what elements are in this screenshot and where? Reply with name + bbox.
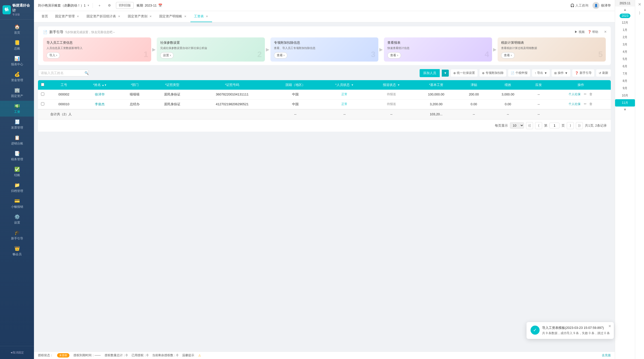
tab-fixed-category[interactable]: 固定资产类别✕	[124, 11, 156, 22]
step-btn-4[interactable]: 查看 ›	[387, 52, 401, 59]
edit-icon-1[interactable]: ✏	[584, 102, 587, 106]
sidebar-item-archive[interactable]: 📁 归档管理	[0, 180, 34, 196]
cal-month-4月[interactable]: 4月	[615, 48, 635, 56]
sidebar-item-expense[interactable]: 💳 小畅报销	[0, 196, 34, 212]
operations-btn[interactable]: ⊞ 操作 ▼	[552, 69, 570, 77]
prev-page-btn[interactable]: ⟨	[535, 122, 542, 129]
guide-close-btn[interactable]: ✕	[604, 30, 607, 34]
personal-tax-btn[interactable]: 📄 个税申报	[508, 69, 530, 77]
cal-month-7月[interactable]: 7月	[615, 70, 635, 77]
user-menu[interactable]: 👤 徐泽华	[592, 2, 611, 9]
cal-month-10月[interactable]: 10月	[615, 92, 635, 99]
toast-desc: 共 9 条数据，成功导入 9 条，失败 0 条，跳过 0 条	[542, 331, 610, 335]
edit-icon-0[interactable]: ✏	[584, 92, 587, 96]
search-input[interactable]	[41, 71, 83, 75]
row-checkbox-0[interactable]	[38, 90, 47, 99]
refresh-btn[interactable]: ↺ 刷新	[596, 69, 611, 77]
auth-value: 未授权	[57, 353, 69, 357]
cal-month-3月[interactable]: 3月	[615, 41, 635, 48]
sidebar-item-funds[interactable]: 💰 资金管理	[0, 69, 34, 85]
tab-home[interactable]: 首页	[38, 11, 52, 22]
sidebar-item-member[interactable]: 👑 畅会员	[0, 243, 34, 259]
sidebar-item-closing[interactable]: ✅ 结账	[0, 164, 34, 180]
cal-month-6月[interactable]: 6月	[615, 63, 635, 70]
cal-down-icon[interactable]: ▼	[623, 108, 627, 112]
cancel-fixed-btn[interactable]: ◄取消固定	[0, 349, 34, 356]
step-btn-2[interactable]: 设置 ›	[160, 52, 174, 59]
sidebar-item-ledger[interactable]: 📒 总账	[0, 37, 34, 53]
cal-month-8月[interactable]: 8月	[615, 77, 635, 85]
step-btn-1[interactable]: 导入 ›	[47, 52, 60, 59]
tab-depreciation[interactable]: 固定资产折旧统计表✕	[83, 11, 124, 22]
toast-notification: ✓ 导入工资表模板(2023-03-23 15:07:59.897) 共 9 条…	[527, 322, 614, 339]
sidebar-item-home[interactable]: 🏠 首页	[0, 22, 34, 37]
special-deduction-btn[interactable]: ⊕ 专项附加扣除	[479, 69, 506, 77]
last-page-btn[interactable]: ⟩⟩	[576, 122, 583, 129]
tab-salary[interactable]: 工资表✕	[190, 11, 212, 22]
delete-icon-1[interactable]: 🗑	[589, 102, 592, 106]
cal-month-9月[interactable]: 9月	[615, 85, 635, 92]
cal-month-2月[interactable]: 2月	[615, 34, 635, 41]
row-nationality-0: 中国	[270, 90, 320, 99]
cal-month-11月[interactable]: 11月	[615, 99, 635, 107]
select-all-header[interactable]	[38, 80, 47, 90]
first-page-btn[interactable]: ⟨⟨	[526, 122, 533, 129]
tab-fixed-detail[interactable]: 固定资产明细账✕	[156, 11, 190, 22]
sidebar-item-reports[interactable]: 📊 报表中心	[0, 53, 34, 69]
add-person-btn[interactable]: 添加人员	[420, 69, 440, 77]
select-all-checkbox[interactable]	[41, 83, 44, 86]
export-btn[interactable]: ↑ 导出 ▼	[532, 69, 550, 77]
action-social-0[interactable]: 个人社保	[569, 92, 581, 96]
tab-close-depreciation[interactable]: ✕	[117, 15, 121, 18]
row-name-0[interactable]: 徐泽华	[80, 90, 119, 99]
step-btn-3[interactable]: 查看 ›	[274, 52, 287, 59]
switch-version-btn[interactable]: 切到旧版	[116, 2, 134, 9]
guide-arrow-3: ▶	[378, 37, 384, 62]
action-social-1[interactable]: 个人社保	[569, 102, 581, 106]
right-panel-expand-btn[interactable]: ⟩	[637, 9, 642, 17]
sidebar-item-purchase[interactable]: 📋 进销台账	[0, 132, 34, 148]
sidebar-item-salary[interactable]: 💵 工资	[0, 101, 34, 117]
guide-btn[interactable]: ❓ 新手引导	[572, 69, 594, 77]
sidebar-item-fixed-assets[interactable]: 🏢 固定资产	[0, 85, 34, 101]
cal-month-12月[interactable]: 12月	[615, 19, 635, 26]
help-link[interactable]: ❓ 帮助	[588, 30, 598, 34]
per-page-select[interactable]: 102050100	[510, 122, 524, 129]
cal-up-icon[interactable]: ▲	[623, 8, 627, 12]
tab-fixed-assets[interactable]: 固定资产管理✕	[52, 11, 83, 22]
add-account-btn[interactable]: ＋	[96, 2, 103, 9]
right-panel-close-btn[interactable]: ✕	[636, 0, 643, 9]
used-label: 授权数量总计：0	[105, 353, 128, 357]
period-selector[interactable]: 账期 2023-11 📅	[137, 3, 162, 8]
current-page-input[interactable]: 1	[549, 123, 559, 128]
tab-close-fixed-assets[interactable]: ✕	[76, 15, 79, 18]
settings-icon[interactable]: ⚙	[106, 2, 113, 9]
account-selector[interactable]: 刘小艳演示账套（勿删勿动！）1 ▼	[38, 3, 90, 8]
cal-month-5月[interactable]: 5月	[615, 56, 635, 63]
cal-month-1月[interactable]: 1月	[615, 26, 635, 34]
export-icon: ↑	[535, 71, 536, 75]
tab-label-depreciation: 固定资产折旧统计表	[87, 14, 116, 19]
step-btn-5[interactable]: 查看 ›	[501, 52, 514, 59]
charge-link[interactable]: 去充值	[602, 353, 611, 357]
pagination-bar: 每页显示 102050100 ⟨⟨ ⟨ 第 1 页 ⟩ ⟩⟩ 共1页, 2条记录	[38, 119, 611, 132]
row-checkbox-1[interactable]	[38, 99, 47, 109]
toast-close-btn[interactable]: ✕	[608, 324, 611, 328]
social-insurance-btn[interactable]: ⊕ 统一社保设置	[451, 69, 477, 77]
sidebar-label-member: 畅会员	[13, 252, 22, 257]
video-link[interactable]: ▶ 视频	[575, 30, 584, 34]
tab-close-fixed-detail[interactable]: ✕	[184, 15, 187, 18]
deduction-icon: ⊕	[482, 71, 485, 75]
sidebar-item-settings[interactable]: ⚙️ 设置	[0, 212, 34, 227]
sidebar-item-guide[interactable]: 🎓 新手引导	[0, 227, 34, 243]
customer-service-btn[interactable]: 🎧 人工咨询	[570, 3, 588, 8]
next-page-btn[interactable]: ⟩	[567, 122, 574, 129]
sidebar-item-invoices[interactable]: 🧾 发票管理	[0, 117, 34, 132]
sidebar-item-tax[interactable]: 📑 税务管理	[0, 148, 34, 164]
cal-year-badge[interactable]: 2023	[620, 14, 630, 18]
row-name-1[interactable]: 李俊杰	[80, 99, 119, 109]
delete-icon-0[interactable]: 🗑	[589, 92, 592, 96]
add-person-dropdown-btn[interactable]: ▼	[442, 70, 449, 77]
tab-close-salary[interactable]: ✕	[205, 15, 209, 18]
tab-close-fixed-category[interactable]: ✕	[149, 15, 152, 18]
